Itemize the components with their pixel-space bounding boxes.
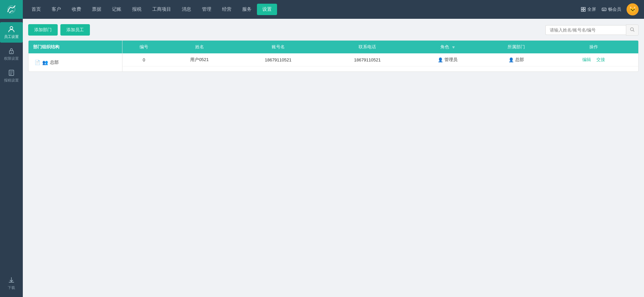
col-name: 姓名 (165, 41, 233, 53)
nav-operation[interactable]: 经营 (217, 4, 237, 15)
logo-icon (5, 3, 17, 15)
fullscreen-btn[interactable]: 全屏 (581, 6, 596, 12)
nav-service[interactable]: 服务 (237, 4, 257, 15)
nav-business[interactable]: 工商项目 (147, 4, 176, 15)
cell-phone: 18679110521 (323, 53, 412, 66)
transfer-link[interactable]: 交接 (596, 57, 605, 62)
add-dept-button[interactable]: 添加部门 (28, 24, 58, 36)
lock-icon (8, 47, 15, 55)
tree-item-label: 总部 (50, 59, 59, 65)
nav-right: 全屏 畅会员 🐱 (581, 3, 644, 15)
role-user-icon: 👤 (438, 57, 443, 62)
table-panel: 编号 姓名 账号名 联系电话 角色 所属部门 操作 (122, 41, 638, 71)
download-icon (8, 277, 15, 284)
table-header-row: 编号 姓名 账号名 联系电话 角色 所属部门 操作 (122, 41, 638, 53)
cell-role: 👤 管理员 (412, 53, 483, 66)
svg-rect-2 (584, 7, 585, 9)
employee-table: 编号 姓名 账号名 联系电话 角色 所属部门 操作 (122, 41, 638, 66)
sidebar-item-tax-settings[interactable]: 报税设置 (0, 66, 23, 86)
nav-manage[interactable]: 管理 (197, 4, 217, 15)
nav-settings[interactable]: 设置 (257, 4, 277, 15)
cell-account: 18679110521 (233, 53, 323, 66)
nav-ticket[interactable]: 票据 (87, 4, 107, 15)
tree-item-root[interactable]: 📄 👥 总部 (32, 57, 119, 68)
search-button[interactable] (626, 24, 639, 36)
nav-customer[interactable]: 客户 (46, 4, 66, 15)
nav-items: 首页 客户 收费 票据 记账 报税 工商项目 消息 管理 经营 服务 设置 (23, 4, 581, 15)
fullscreen-icon (581, 7, 586, 12)
member-icon (601, 7, 607, 12)
tree-panel: 部门组织结构 📄 👥 总部 (29, 41, 122, 71)
tax-icon (8, 69, 15, 77)
search-icon (630, 27, 635, 32)
svg-rect-4 (584, 10, 585, 11)
edit-link[interactable]: 编辑 (582, 57, 591, 62)
svg-rect-3 (581, 10, 583, 11)
cell-dept: 👤 总部 (483, 53, 549, 66)
nav-fee[interactable]: 收费 (66, 4, 87, 15)
add-employee-button[interactable]: 添加员工 (60, 24, 90, 36)
svg-rect-1 (581, 7, 583, 9)
tree-content: 📄 👥 总部 (29, 53, 122, 71)
top-navigation: 首页 客户 收费 票据 记账 报税 工商项目 消息 管理 经营 服务 设置 全屏 (0, 0, 644, 19)
logo-area (0, 0, 23, 19)
member-btn[interactable]: 畅会员 (601, 6, 621, 12)
sidebar-tax-label: 报税设置 (4, 78, 19, 83)
nav-accounting[interactable]: 记账 (107, 4, 127, 15)
col-action: 操作 (549, 41, 638, 53)
search-bar (545, 24, 639, 36)
nav-home[interactable]: 首页 (26, 4, 46, 15)
user-group-icon: 👥 (42, 60, 48, 65)
nav-message[interactable]: 消息 (176, 4, 197, 15)
search-input[interactable] (545, 25, 626, 35)
filter-icon (452, 46, 455, 49)
sidebar-employee-label: 员工设置 (4, 34, 19, 39)
cell-id: 0 (122, 53, 165, 66)
sidebar-download-label: 下载 (8, 285, 15, 290)
person-icon (8, 26, 15, 33)
sidebar-item-employee[interactable]: 员工设置 (0, 22, 23, 43)
main-layout: 员工设置 权限设置 报税设置 下载 (0, 19, 644, 297)
col-role: 角色 (412, 41, 483, 53)
sidebar-item-download[interactable]: 下载 (0, 273, 23, 294)
col-id: 编号 (122, 41, 165, 53)
member-label: 畅会员 (608, 6, 621, 12)
sidebar: 员工设置 权限设置 报税设置 下载 (0, 19, 23, 297)
content-area: 添加部门 添加员工 部门组织结构 📄 👥 (23, 19, 644, 297)
cell-name: 用户0521 (165, 53, 233, 66)
tree-header: 部门组织结构 (29, 41, 122, 53)
dept-user-icon: 👤 (508, 57, 514, 62)
fullscreen-label: 全屏 (587, 6, 596, 12)
svg-point-8 (11, 52, 12, 53)
nav-tax[interactable]: 报税 (127, 4, 147, 15)
sidebar-permission-label: 权限设置 (4, 56, 19, 61)
user-avatar[interactable]: 🐱 (627, 3, 639, 15)
toolbar: 添加部门 添加员工 (28, 24, 639, 36)
file-icon: 📄 (35, 60, 40, 65)
sidebar-bottom: 下载 (0, 273, 23, 294)
panel-layout: 部门组织结构 📄 👥 总部 编号 姓名 账号名 (28, 40, 639, 72)
cell-actions: 编辑 交接 (549, 53, 638, 66)
sidebar-item-permission[interactable]: 权限设置 (0, 44, 23, 64)
svg-point-6 (10, 27, 13, 29)
col-phone: 联系电话 (323, 41, 412, 53)
table-row: 0 用户0521 18679110521 18679110521 👤 管理员 (122, 53, 638, 66)
col-dept: 所属部门 (483, 41, 549, 53)
col-account: 账号名 (233, 41, 323, 53)
